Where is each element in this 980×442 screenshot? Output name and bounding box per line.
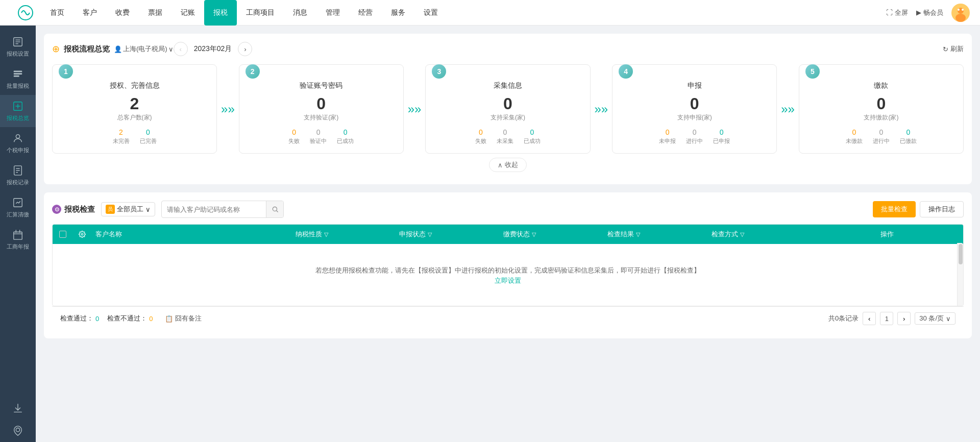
th-declare-status: 申报状态 ▽	[395, 225, 499, 244]
operation-log-button[interactable]: 操作日志	[920, 201, 964, 217]
fullscreen-button[interactable]: ⛶ 全屏	[886, 8, 908, 17]
step-count-2: 0	[248, 94, 395, 113]
nav-settings[interactable]: 设置	[414, 0, 447, 26]
stat-num: 0	[479, 128, 483, 136]
stat-item: 0 进行中	[686, 128, 703, 145]
sidebar-item-business-annual[interactable]: 工商年报	[0, 224, 36, 256]
check-header-right: 批量检查 操作日志	[873, 201, 964, 217]
search-input[interactable]	[162, 203, 266, 216]
stat-item: 0 未采集	[497, 128, 513, 145]
stat-num: 0	[146, 128, 150, 136]
step-stats-3: 0 失败 0 未采集 0 已成功	[434, 128, 581, 145]
chevron-down-icon: ∨	[168, 45, 174, 53]
step-number-1: 1	[59, 64, 73, 79]
sidebar-label-tax-record: 报税记录	[7, 179, 29, 186]
batch-check-button[interactable]: 批量检查	[873, 201, 916, 217]
process-header-left: ⊕ 报税流程总览 👤 上海(电子税局) ∨	[52, 43, 174, 55]
scroll-thumb	[959, 244, 963, 264]
nav-customer[interactable]: 客户	[74, 0, 106, 26]
collapse-button[interactable]: ∧ 收起	[489, 158, 527, 172]
search-button[interactable]	[266, 201, 283, 217]
tax-check-card: ⊙ 报税检查 员 全部员工 ∨ 批量检查 操作日志	[44, 192, 972, 338]
sidebar-item-tax-overview[interactable]: 报税总览	[0, 95, 36, 127]
sidebar-item-personal-tax[interactable]: 个税申报	[0, 127, 36, 159]
process-step-4: 4 申报 0 支持申报(家) 0 未申报 0 进行中 0 已申报	[612, 64, 777, 154]
refresh-button[interactable]: ↻ 刷新	[943, 44, 964, 54]
nav-message[interactable]: 消息	[284, 0, 316, 26]
nav-accounting[interactable]: 记账	[172, 0, 204, 26]
sidebar-item-tax-record[interactable]: 报税记录	[0, 159, 36, 191]
location-icon	[12, 425, 24, 437]
nav-service[interactable]: 服务	[382, 0, 414, 26]
setup-link[interactable]: 立即设置	[495, 276, 521, 285]
sidebar-item-location[interactable]	[0, 420, 36, 442]
stat-num: 0	[344, 128, 348, 136]
tax-record-icon	[12, 164, 24, 177]
step-title-4: 申报	[621, 81, 768, 90]
stat-item: 0 已成功	[337, 128, 354, 145]
step-count-1: 2	[61, 94, 208, 113]
step-subtitle-5: 支持缴款(家)	[807, 113, 955, 122]
sidebar-item-download[interactable]	[0, 397, 36, 420]
stat-label: 失败	[288, 137, 300, 145]
per-page-selector[interactable]: 30 条/页 ∨	[915, 312, 955, 325]
stat-label: 已完善	[140, 137, 157, 145]
step-count-3: 0	[434, 94, 581, 113]
sidebar-item-batch-tax[interactable]: 批量报税	[0, 63, 36, 95]
select-all-checkbox[interactable]	[59, 231, 66, 238]
process-step-2: 2 验证账号密码 0 支持验证(家) 0 失败 0 验证中 0 已成功	[239, 64, 404, 154]
nav-fee[interactable]: 收费	[106, 0, 139, 26]
prev-month-button[interactable]: ‹	[174, 42, 188, 56]
user-avatar[interactable]	[951, 4, 970, 22]
svg-point-4	[958, 9, 960, 11]
check-title-icon: ⊙	[52, 205, 61, 214]
process-step-3: 3 采集信息 0 支持采集(家) 0 失败 0 未采集 0 已成功	[425, 64, 590, 154]
nav-business[interactable]: 工商项目	[237, 0, 284, 26]
stat-label: 已成功	[337, 137, 354, 145]
sidebar-item-annual-tax[interactable]: 汇算清缴	[0, 191, 36, 224]
stat-num: 0	[693, 128, 697, 136]
download-icon	[12, 402, 24, 414]
th-operation: 操作	[811, 225, 963, 244]
fail-count: 0	[149, 315, 153, 323]
play-icon: ▶	[916, 9, 921, 16]
step-arrow-1: »»	[217, 64, 239, 154]
search-box	[161, 201, 284, 218]
sidebar-item-tax-settings[interactable]: 报税设置	[0, 31, 36, 63]
collapse-bar: ∧ 收起	[52, 154, 964, 176]
nav-operation[interactable]: 经营	[349, 0, 382, 26]
footer-note: 📋 囧有备注	[165, 314, 202, 323]
stat-item: 0 已成功	[524, 128, 541, 145]
member-button[interactable]: ▶ 畅会员	[916, 8, 943, 17]
location-selector[interactable]: 👤 上海(电子税局) ∨	[114, 44, 174, 54]
svg-rect-12	[14, 76, 19, 77]
process-steps: 1 授权、完善信息 2 总客户数(家) 2 未完善 0 已完善 »»	[52, 64, 964, 154]
filter-icon: ▽	[532, 231, 536, 238]
sidebar-label-tax-overview: 报税总览	[7, 114, 29, 122]
scrollbar[interactable]	[957, 243, 963, 306]
nav-tax[interactable]: 报税	[204, 0, 237, 26]
stat-label: 未缴款	[846, 137, 863, 145]
fullscreen-icon: ⛶	[886, 9, 893, 16]
pass-count: 0	[95, 315, 99, 323]
pass-stat: 检查通过： 0	[60, 314, 99, 323]
step-title-2: 验证账号密码	[248, 81, 395, 90]
stat-item: 0 失败	[288, 128, 300, 145]
next-page-button[interactable]: ›	[897, 312, 911, 325]
process-step-5: 5 缴款 0 支持缴款(家) 0 未缴款 0 进行中 0 已缴款	[799, 64, 964, 154]
prev-page-button[interactable]: ‹	[863, 312, 876, 325]
nav-invoice[interactable]: 票据	[139, 0, 172, 26]
step-title-1: 授权、完善信息	[61, 81, 208, 90]
stat-label: 未采集	[497, 137, 513, 145]
stat-item: 0 已缴款	[900, 128, 917, 145]
nav-home[interactable]: 首页	[41, 0, 74, 26]
next-month-button[interactable]: ›	[238, 42, 252, 56]
staff-filter-dropdown[interactable]: 员 全部员工 ∨	[101, 202, 155, 216]
stat-item: 2 未完善	[113, 128, 130, 145]
th-pay-status: 缴费状态 ▽	[499, 225, 603, 244]
step-stats-1: 2 未完善 0 已完善	[61, 128, 208, 145]
tax-overview-icon	[12, 100, 24, 112]
filter-icon: ▽	[740, 231, 744, 238]
filter-icon: ▽	[324, 231, 328, 238]
nav-manage[interactable]: 管理	[316, 0, 349, 26]
